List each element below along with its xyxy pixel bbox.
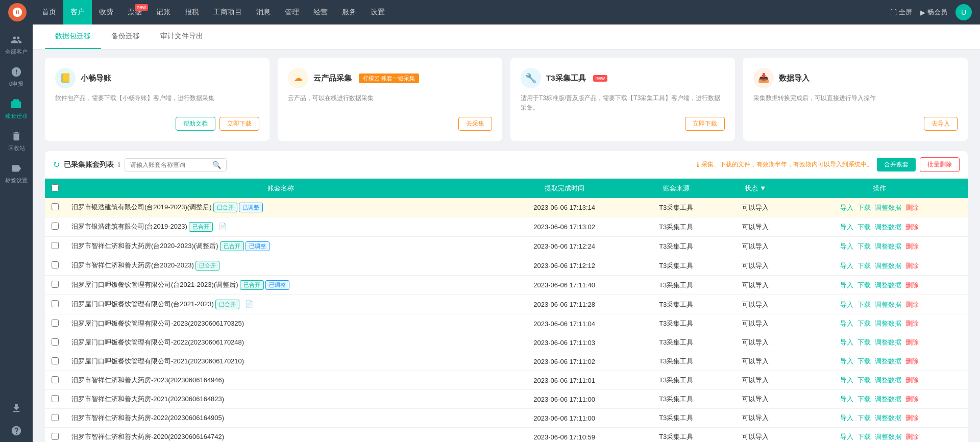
help-doc-btn[interactable]: 帮助文档	[176, 117, 215, 131]
row-checkbox[interactable]	[52, 320, 59, 327]
download-now-btn-2[interactable]: 立即下载	[685, 117, 725, 131]
action-btn-下载[interactable]: 下载	[855, 432, 873, 441]
action-btn-导入[interactable]: 导入	[838, 357, 855, 366]
sidebar-item-help[interactable]	[10, 420, 22, 442]
action-btn-下载[interactable]: 下载	[855, 357, 873, 366]
action-btn-调整数据[interactable]: 调整数据	[873, 319, 903, 328]
action-btn-导入[interactable]: 导入	[838, 281, 855, 290]
action-btn-导入[interactable]: 导入	[838, 432, 855, 441]
action-btn-调整数据[interactable]: 调整数据	[873, 281, 903, 290]
cell-checkbox[interactable]	[45, 276, 65, 295]
nav-bookkeeping[interactable]: 记账	[149, 0, 178, 24]
sidebar-item-recycle[interactable]: 回收站	[0, 125, 33, 157]
action-btn-导入[interactable]: 导入	[838, 300, 855, 309]
action-btn-删除[interactable]: 删除	[903, 338, 921, 347]
cell-checkbox[interactable]	[45, 237, 65, 256]
cell-checkbox[interactable]	[45, 256, 65, 276]
sidebar-item-tag-settings[interactable]: 标签设置	[0, 157, 33, 189]
action-btn-调整数据[interactable]: 调整数据	[873, 300, 903, 309]
file-icon[interactable]: 📄	[245, 300, 253, 308]
row-checkbox[interactable]	[52, 433, 59, 440]
action-btn-调整数据[interactable]: 调整数据	[873, 413, 903, 423]
sidebar-item-all-customers[interactable]: 全部客户	[0, 29, 33, 61]
action-btn-删除[interactable]: 删除	[903, 395, 921, 404]
row-checkbox[interactable]	[52, 223, 59, 230]
row-checkbox[interactable]	[52, 300, 59, 307]
action-btn-调整数据[interactable]: 调整数据	[873, 357, 903, 366]
action-btn-导入[interactable]: 导入	[838, 261, 855, 271]
sidebar-item-account-migrate[interactable]: 账套迁移	[0, 93, 33, 125]
action-btn-调整数据[interactable]: 调整数据	[873, 395, 903, 404]
action-btn-导入[interactable]: 导入	[838, 242, 855, 251]
action-btn-删除[interactable]: 删除	[903, 432, 921, 441]
cell-checkbox[interactable]	[45, 352, 65, 371]
row-checkbox[interactable]	[52, 203, 59, 210]
refresh-icon[interactable]: ↻	[53, 160, 60, 169]
search-input[interactable]	[125, 158, 227, 171]
action-btn-下载[interactable]: 下载	[855, 261, 873, 271]
action-btn-下载[interactable]: 下载	[855, 413, 873, 423]
action-btn-下载[interactable]: 下载	[855, 223, 873, 232]
nav-customer[interactable]: 客户	[63, 0, 92, 24]
cell-checkbox[interactable]	[45, 333, 65, 352]
nav-tax[interactable]: 报税	[178, 0, 206, 24]
action-btn-下载[interactable]: 下载	[855, 242, 873, 251]
row-checkbox[interactable]	[52, 261, 59, 268]
action-btn-下载[interactable]: 下载	[855, 395, 873, 404]
action-btn-调整数据[interactable]: 调整数据	[873, 261, 903, 271]
go-collect-btn[interactable]: 去采集	[458, 117, 492, 131]
row-checkbox[interactable]	[52, 395, 59, 402]
cell-checkbox[interactable]	[45, 390, 65, 409]
cell-checkbox[interactable]	[45, 409, 65, 428]
action-btn-下载[interactable]: 下载	[855, 203, 873, 212]
action-btn-下载[interactable]: 下载	[855, 376, 873, 385]
action-btn-删除[interactable]: 删除	[903, 261, 921, 271]
search-button[interactable]: 🔍	[212, 161, 221, 169]
tab-data-migrate[interactable]: 数据包迁移	[45, 24, 101, 49]
cell-checkbox[interactable]	[45, 428, 65, 442]
row-checkbox[interactable]	[52, 376, 59, 383]
cell-checkbox[interactable]	[45, 198, 65, 217]
nav-operation[interactable]: 经营	[306, 0, 335, 24]
action-btn-调整数据[interactable]: 调整数据	[873, 242, 903, 251]
nav-fee[interactable]: 收费	[92, 0, 120, 24]
user-avatar[interactable]: U	[955, 4, 972, 20]
cell-checkbox[interactable]	[45, 371, 65, 390]
action-btn-导入[interactable]: 导入	[838, 338, 855, 347]
nav-message[interactable]: 消息	[249, 0, 278, 24]
nav-invoice[interactable]: 票据new	[120, 0, 149, 24]
sidebar-item-zero-declare[interactable]: 0申报	[0, 61, 33, 93]
merge-account-btn[interactable]: 合并账套	[877, 158, 916, 171]
select-all-checkbox[interactable]	[52, 184, 59, 191]
fullscreen-btn[interactable]: ⛶ 全屏	[890, 8, 912, 17]
action-btn-导入[interactable]: 导入	[838, 319, 855, 328]
sidebar-item-download[interactable]	[10, 397, 22, 420]
action-btn-调整数据[interactable]: 调整数据	[873, 203, 903, 212]
nav-settings[interactable]: 设置	[363, 0, 392, 24]
action-btn-删除[interactable]: 删除	[903, 223, 921, 232]
action-btn-删除[interactable]: 删除	[903, 203, 921, 212]
action-btn-导入[interactable]: 导入	[838, 395, 855, 404]
row-checkbox[interactable]	[52, 338, 59, 346]
cell-checkbox[interactable]	[45, 295, 65, 314]
action-btn-调整数据[interactable]: 调整数据	[873, 432, 903, 441]
help-circle-icon[interactable]: ℹ	[118, 161, 120, 168]
row-checkbox[interactable]	[52, 242, 59, 249]
action-btn-调整数据[interactable]: 调整数据	[873, 376, 903, 385]
tab-backup-migrate[interactable]: 备份迁移	[101, 24, 150, 49]
row-checkbox[interactable]	[52, 281, 59, 288]
action-btn-删除[interactable]: 删除	[903, 357, 921, 366]
th-status[interactable]: 状态 ▼	[719, 179, 791, 198]
cell-checkbox[interactable]	[45, 217, 65, 237]
action-btn-导入[interactable]: 导入	[838, 413, 855, 423]
action-btn-删除[interactable]: 删除	[903, 242, 921, 251]
th-checkbox[interactable]	[45, 179, 65, 198]
nav-service[interactable]: 服务	[335, 0, 363, 24]
action-btn-删除[interactable]: 删除	[903, 281, 921, 290]
action-btn-删除[interactable]: 删除	[903, 319, 921, 328]
action-btn-下载[interactable]: 下载	[855, 319, 873, 328]
action-btn-删除[interactable]: 删除	[903, 300, 921, 309]
action-btn-下载[interactable]: 下载	[855, 300, 873, 309]
action-btn-导入[interactable]: 导入	[838, 223, 855, 232]
tab-audit-export[interactable]: 审计文件导出	[150, 24, 213, 49]
